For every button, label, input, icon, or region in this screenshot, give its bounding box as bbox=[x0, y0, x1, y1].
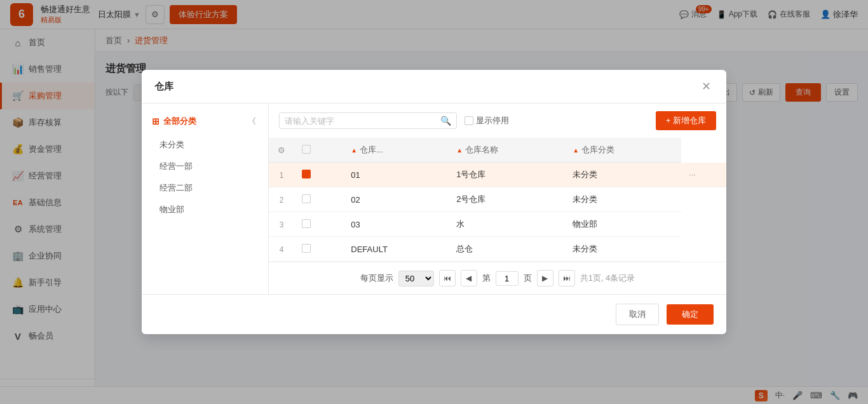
row-num-label: 3 bbox=[280, 220, 284, 229]
row-checkbox-cell bbox=[294, 163, 343, 187]
confirm-button[interactable]: 确定 bbox=[667, 304, 714, 325]
row-checkbox-cell bbox=[294, 212, 343, 237]
row-category-cell: 未分类 bbox=[565, 163, 681, 187]
row-checkbox[interactable] bbox=[302, 170, 311, 178]
table-row[interactable]: 303水物业部 bbox=[269, 212, 726, 237]
dialog-footer: 取消 确定 bbox=[142, 294, 726, 334]
add-warehouse-button[interactable]: + 新增仓库 bbox=[656, 111, 716, 130]
row-code-cell: 03 bbox=[343, 212, 449, 237]
warehouse-table: ⚙ ▲ 仓库... bbox=[269, 138, 726, 262]
pagination: 每页显示 50 20 100 ⏮ ◀ 第 页 ▶ ⏭ 共1页, 4条记录 bbox=[269, 262, 726, 294]
row-num-label: 2 bbox=[280, 196, 284, 205]
dialog-title: 仓库 bbox=[154, 81, 173, 93]
search-input[interactable] bbox=[285, 116, 437, 126]
row-code-cell: DEFAULT bbox=[343, 237, 449, 262]
row-name-cell: 水 bbox=[449, 212, 565, 237]
th-name: ▲ 仓库名称 bbox=[449, 138, 565, 163]
page-input[interactable] bbox=[496, 271, 519, 286]
row-actions-cell: 4 bbox=[269, 237, 294, 262]
next-page-button[interactable]: ▶ bbox=[537, 270, 553, 286]
close-button[interactable]: ✕ bbox=[698, 79, 714, 94]
per-page-select[interactable]: 50 20 100 bbox=[398, 271, 434, 286]
category-item-ops2[interactable]: 经营二部 bbox=[142, 177, 268, 199]
dialog-header: 仓库 ✕ bbox=[142, 70, 726, 104]
sort-category-icon: ▲ bbox=[573, 147, 579, 154]
row-more-actions-cell: ··· bbox=[681, 163, 726, 187]
category-collapse-button[interactable]: 《 bbox=[245, 115, 258, 128]
row-category-cell: 未分类 bbox=[565, 187, 681, 212]
row-checkbox[interactable] bbox=[302, 194, 311, 203]
table-row[interactable]: 1011号仓库未分类··· bbox=[269, 163, 726, 187]
row-actions-cell: 3 bbox=[269, 212, 294, 237]
category-header: ⊞ 全部分类 《 bbox=[142, 111, 268, 134]
category-item-uncategorized[interactable]: 未分类 bbox=[142, 134, 268, 156]
table-toolbar: 🔍 显示停用 + 新增仓库 bbox=[269, 104, 726, 138]
row-num-label: 4 bbox=[280, 245, 284, 254]
show-disabled-checkbox[interactable] bbox=[465, 116, 473, 125]
category-all-button[interactable]: ⊞ 全部分类 bbox=[152, 116, 196, 127]
table-container: ⚙ ▲ 仓库... bbox=[269, 138, 726, 262]
row-checkbox-cell bbox=[294, 187, 343, 212]
row-name-cell: 1号仓库 bbox=[449, 163, 565, 187]
row-checkbox[interactable] bbox=[302, 219, 311, 228]
category-panel: ⊞ 全部分类 《 未分类 经营一部 经营二部 物业部 bbox=[142, 104, 269, 294]
grid-icon: ⊞ bbox=[152, 116, 159, 126]
row-category-cell: 物业部 bbox=[565, 212, 681, 237]
row-category-cell: 未分类 bbox=[565, 237, 681, 262]
table-row[interactable]: 4DEFAULT总仓未分类 bbox=[269, 237, 726, 262]
first-page-button[interactable]: ⏮ bbox=[439, 270, 456, 286]
th-category: ▲ 仓库分类 bbox=[565, 138, 681, 163]
row-actions-cell: 2 bbox=[269, 187, 294, 212]
row-name-cell: 2号仓库 bbox=[449, 187, 565, 212]
category-item-ops1[interactable]: 经营一部 bbox=[142, 156, 268, 177]
table-panel: 🔍 显示停用 + 新增仓库 ⚙ bbox=[269, 104, 726, 294]
row-checkbox-cell bbox=[294, 237, 343, 262]
sort-icon: ▲ bbox=[351, 147, 357, 154]
row-code-cell: 02 bbox=[343, 187, 449, 212]
sort-name-icon: ▲ bbox=[456, 147, 463, 154]
th-settings: ⚙ bbox=[269, 138, 294, 163]
warehouse-dialog: 仓库 ✕ ⊞ 全部分类 《 未分类 经营一部 经营二部 物业部 bbox=[142, 70, 726, 334]
category-item-property[interactable]: 物业部 bbox=[142, 199, 268, 220]
row-actions-cell: 1 bbox=[269, 163, 294, 187]
cancel-button[interactable]: 取消 bbox=[616, 304, 659, 325]
column-settings-icon[interactable]: ⚙ bbox=[278, 145, 285, 155]
modal-overlay: 仓库 ✕ ⊞ 全部分类 《 未分类 经营一部 经营二部 物业部 bbox=[0, 0, 868, 404]
search-box: 🔍 bbox=[279, 112, 457, 129]
select-all-checkbox[interactable] bbox=[302, 145, 311, 154]
last-page-button[interactable]: ⏭ bbox=[559, 270, 575, 286]
row-checkbox[interactable] bbox=[302, 244, 311, 253]
th-code: ▲ 仓库... bbox=[343, 138, 449, 163]
row-code-cell: 01 bbox=[343, 163, 449, 187]
dialog-body: ⊞ 全部分类 《 未分类 经营一部 经营二部 物业部 🔍 bbox=[142, 104, 726, 294]
prev-page-button[interactable]: ◀ bbox=[461, 270, 477, 286]
row-name-cell: 总仓 bbox=[449, 237, 565, 262]
show-disabled-label[interactable]: 显示停用 bbox=[465, 115, 509, 126]
row-num-label: 1 bbox=[280, 171, 284, 180]
th-checkbox bbox=[294, 138, 343, 163]
more-actions-icon[interactable]: ··· bbox=[689, 170, 696, 179]
table-row[interactable]: 2022号仓库未分类 bbox=[269, 187, 726, 212]
search-icon[interactable]: 🔍 bbox=[440, 116, 451, 126]
